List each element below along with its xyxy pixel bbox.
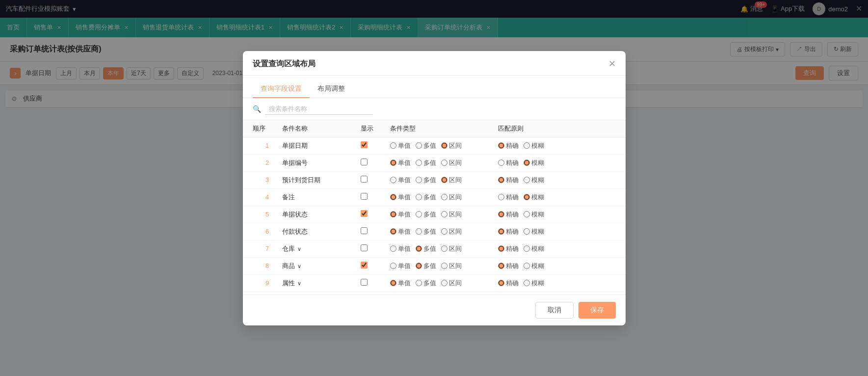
modal-tab-layout[interactable]: 布局调整 <box>310 81 353 98</box>
modal-title: 设置查询区域布局 <box>253 59 316 69</box>
modal-search-area: 🔍 <box>243 98 626 113</box>
modal-tabs: 查询字段设置 布局调整 <box>243 76 626 98</box>
modal-header: 设置查询区域布局 ✕ <box>243 51 626 76</box>
modal-overlay: 设置查询区域布局 ✕ 查询字段设置 布局调整 🔍 顺序 条件名称 显示 条件类型… <box>0 0 868 113</box>
modal-close-button[interactable]: ✕ <box>608 59 616 68</box>
search-icon: 🔍 <box>253 105 261 113</box>
modal-dialog: 设置查询区域布局 ✕ 查询字段设置 布局调整 🔍 顺序 条件名称 显示 条件类型… <box>243 51 626 113</box>
modal-tab-query[interactable]: 查询字段设置 <box>253 81 310 98</box>
search-input[interactable] <box>265 103 373 113</box>
